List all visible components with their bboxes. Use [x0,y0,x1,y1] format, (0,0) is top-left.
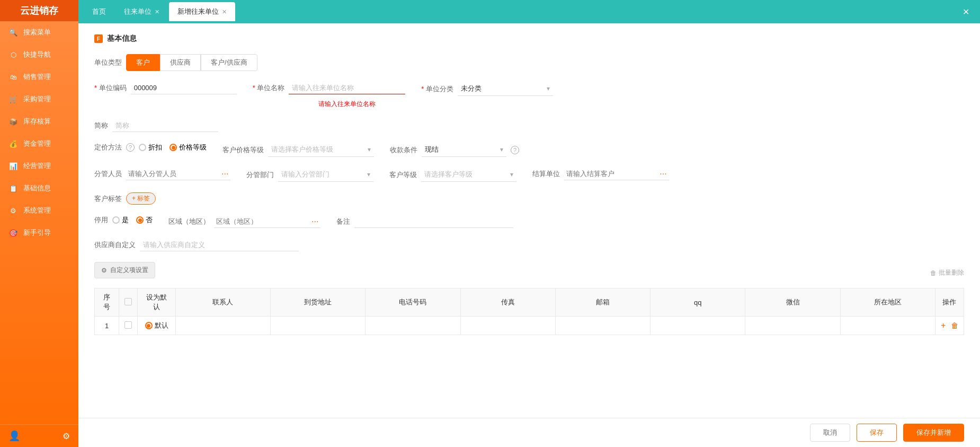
region-cell-input[interactable] [846,322,930,330]
radio-price-level[interactable]: 价格等级 [170,143,207,152]
address-input[interactable] [276,322,360,330]
short-name-label: 简称 [94,121,108,130]
section-icon: F [94,34,103,43]
disable-region-row: 停用 是 否 区域（地区） ··· [94,215,964,228]
gear-icon: ⚙ [101,267,107,274]
sidebar-item-guide[interactable]: 🎯 新手引导 [0,222,78,244]
email-input[interactable] [561,322,645,330]
manager-input[interactable] [126,168,219,180]
payment-terms-select[interactable]: 现结 ▾ [422,143,506,157]
save-new-button[interactable]: 保存并新增 [903,424,964,442]
wechat-input[interactable] [751,322,834,330]
short-name-input[interactable] [112,119,218,132]
tab-bar-close[interactable]: ✕ [957,7,975,17]
cell-phone [366,317,460,335]
radio-default-circle [145,322,153,329]
radio-default[interactable]: 默认 [143,321,170,330]
purchase-icon: 🛒 [8,94,18,104]
sidebar-item-finance[interactable]: 💰 资金管理 [0,133,78,155]
cell-action: + 🗑 [935,317,964,335]
sidebar-item-quick-nav[interactable]: ⬡ 快捷导航 [0,43,78,66]
radio-no[interactable]: 否 [136,215,153,225]
pricing-method-group: 定价方法 ? 折扣 价格等级 [94,143,207,152]
trash-icon: 🗑 [930,269,937,277]
unit-type-label: 单位类型 [94,58,122,67]
content-area: F 基本信息 单位类型 客户 供应商 客户/供应商 单位编码 单位名称 [78,23,980,418]
cell-contact [175,317,270,335]
sidebar-item-inventory[interactable]: 📦 库存核算 [0,110,78,133]
sales-icon: 🛍 [8,72,18,82]
phone-input[interactable] [371,322,455,330]
unit-btn-both[interactable]: 客户/供应商 [201,54,257,71]
row-checkbox[interactable] [124,321,132,329]
payment-terms-help-icon[interactable]: ? [511,146,519,154]
main-area: 首页 往来单位 ✕ 新增往来单位 ✕ ✕ F 基本信息 单位类型 客户 供应商 … [78,0,980,447]
cell-email [555,317,650,335]
fax-input[interactable] [466,322,550,330]
cell-default: 默认 [138,317,176,335]
unit-name-input[interactable] [289,82,405,94]
delete-row-btn[interactable]: 🗑 [951,321,958,330]
sidebar-item-basic-info[interactable]: 📋 基础信息 [0,177,78,199]
settlement-unit-more-btn[interactable]: ··· [657,169,669,179]
contact-input[interactable] [181,322,265,330]
settlement-unit-label: 结算单位 [532,169,560,179]
col-index: 序号 [95,288,119,317]
settings-icon[interactable]: ⚙ [63,431,70,441]
unit-btn-supplier[interactable]: 供应商 [160,54,201,71]
unit-btn-customer[interactable]: 客户 [126,54,160,71]
region-input[interactable] [214,215,309,227]
sidebar-item-purchase[interactable]: 🛒 采购管理 [0,88,78,110]
customer-tag-group: 客户标签 + 标签 [94,192,156,205]
department-placeholder: 请输入分管部门 [281,170,365,179]
add-tag-button[interactable]: + 标签 [126,192,156,205]
custom-settings-button[interactable]: ⚙ 自定义项设置 [94,262,155,278]
unit-category-select[interactable]: 未分类 ▾ [458,82,553,96]
chevron-down-icon: ▾ [547,85,550,92]
payment-terms-value: 现结 [425,145,498,154]
add-row-btn[interactable]: + [941,321,946,330]
unit-category-value: 未分类 [461,84,545,93]
settlement-unit-input[interactable] [564,168,657,180]
pricing-help-icon[interactable]: ? [126,143,135,152]
radio-discount[interactable]: 折扣 [139,143,162,152]
region-group: 区域（地区） ··· [168,215,320,228]
select-all-checkbox[interactable] [124,298,132,305]
sidebar-item-operations[interactable]: 📊 经营管理 [0,155,78,177]
supplier-custom-input[interactable] [140,239,299,251]
department-select[interactable]: 请输入分管部门 ▾ [278,168,373,182]
col-qq: qq [651,288,745,317]
col-checkbox [119,288,138,317]
tab-new-partner-close[interactable]: ✕ [222,9,227,15]
tab-home[interactable]: 首页 [84,2,114,21]
customer-price-group: 客户价格等级 请选择客户价格等级 ▾ [222,143,374,157]
disable-group: 停用 是 否 [94,215,153,225]
region-more-btn[interactable]: ··· [309,217,320,226]
tab-partners[interactable]: 往来单位 ✕ [115,2,168,21]
customer-price-select[interactable]: 请选择客户价格等级 ▾ [268,143,374,157]
short-name-row: 简称 [94,119,964,132]
sidebar-item-sales[interactable]: 🛍 销售管理 [0,66,78,88]
col-address: 到货地址 [271,288,366,317]
cell-fax [460,317,555,335]
radio-yes[interactable]: 是 [112,215,129,225]
col-action: 操作 [935,288,964,317]
settlement-unit-wrapper: ··· [564,168,669,180]
table-row: 1 默认 [95,317,964,335]
payment-terms-group: 收款条件 现结 ▾ ? [390,143,519,157]
tab-new-partner[interactable]: 新增往来单位 ✕ [169,2,235,21]
cancel-button[interactable]: 取消 [810,424,850,442]
pricing-radio-group: 折扣 价格等级 [139,143,207,152]
remarks-input[interactable] [354,215,513,228]
tab-bar: 首页 往来单位 ✕ 新增往来单位 ✕ ✕ [78,0,980,23]
batch-delete-button[interactable]: 🗑 批量删除 [930,268,964,277]
sidebar-item-search[interactable]: 🔍 搜索菜单 [0,21,78,43]
qq-input[interactable] [656,322,740,330]
user-icon: 👤 [8,430,20,442]
customer-level-select[interactable]: 请选择客户等级 ▾ [421,168,516,182]
unit-code-input[interactable] [131,82,237,94]
manager-more-btn[interactable]: ··· [219,169,230,179]
tab-partners-close[interactable]: ✕ [155,9,159,15]
sidebar-item-system[interactable]: ⚙ 系统管理 [0,199,78,222]
save-button[interactable]: 保存 [857,424,897,442]
